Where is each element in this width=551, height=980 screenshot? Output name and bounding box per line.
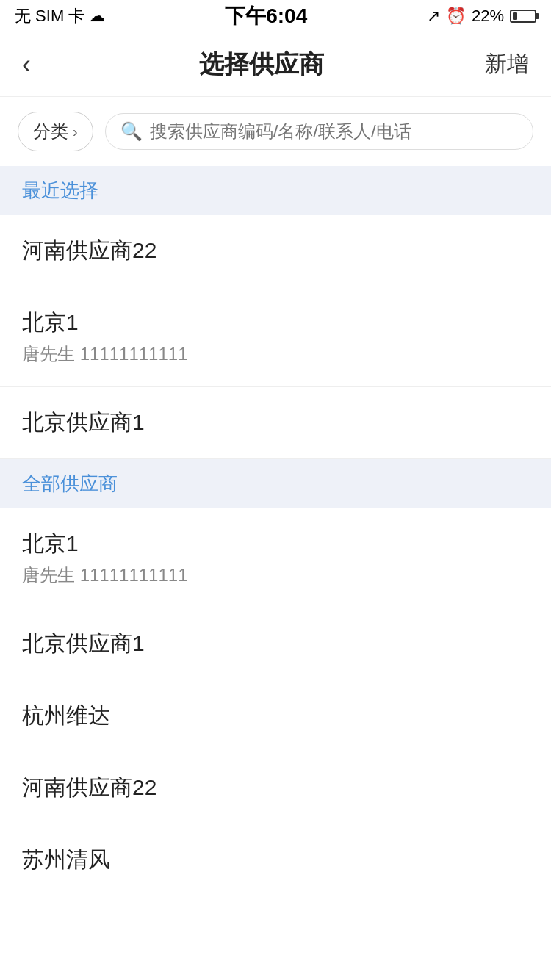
filter-bar: 分类 › 🔍	[0, 97, 551, 166]
alarm-icon: ⏰	[446, 7, 466, 26]
list-item[interactable]: 河南供应商22	[0, 752, 551, 824]
list-item[interactable]: 北京1唐先生 11111111111	[0, 508, 551, 608]
item-name: 北京供应商1	[22, 629, 529, 659]
list-item[interactable]: 北京1唐先生 11111111111	[0, 287, 551, 387]
all-section-header: 全部供应商	[0, 459, 551, 508]
category-label: 分类	[33, 120, 68, 143]
status-time: 下午6:04	[225, 2, 307, 30]
search-icon: 🔍	[120, 121, 143, 142]
status-right: ↗ ⏰ 22%	[427, 7, 536, 26]
item-name: 北京供应商1	[22, 408, 529, 438]
item-name: 北京1	[22, 529, 529, 559]
item-name: 杭州维达	[22, 701, 529, 731]
add-button[interactable]: 新增	[485, 49, 529, 79]
item-name: 河南供应商22	[22, 236, 529, 266]
search-box: 🔍	[105, 113, 533, 150]
location-icon: ↗	[427, 7, 440, 26]
nav-bar: ‹ 选择供应商 新增	[0, 32, 551, 97]
recent-list: 河南供应商22北京1唐先生 11111111111北京供应商1	[0, 215, 551, 459]
battery-icon	[510, 10, 536, 23]
search-input[interactable]	[150, 121, 518, 142]
item-name: 河南供应商22	[22, 773, 529, 803]
back-button[interactable]: ‹	[22, 42, 38, 87]
category-button[interactable]: 分类 ›	[18, 112, 93, 151]
item-sub: 唐先生 11111111111	[22, 342, 529, 366]
list-item[interactable]: 北京供应商1	[0, 387, 551, 459]
sim-label: 无 SIM 卡 ☁	[15, 5, 105, 27]
list-item[interactable]: 苏州清风	[0, 824, 551, 896]
list-item[interactable]: 北京供应商1	[0, 608, 551, 680]
item-name: 北京1	[22, 308, 529, 338]
list-item[interactable]: 杭州维达	[0, 680, 551, 752]
page-title: 选择供应商	[199, 48, 324, 82]
all-list: 北京1唐先生 11111111111北京供应商1杭州维达河南供应商22苏州清风	[0, 508, 551, 896]
status-left: 无 SIM 卡 ☁	[15, 5, 105, 27]
status-bar: 无 SIM 卡 ☁ 下午6:04 ↗ ⏰ 22%	[0, 0, 551, 32]
list-item[interactable]: 河南供应商22	[0, 215, 551, 287]
battery-text: 22%	[472, 7, 504, 26]
item-name: 苏州清风	[22, 845, 529, 875]
recent-section-header: 最近选择	[0, 166, 551, 215]
item-sub: 唐先生 11111111111	[22, 563, 529, 587]
chevron-right-icon: ›	[73, 123, 78, 140]
